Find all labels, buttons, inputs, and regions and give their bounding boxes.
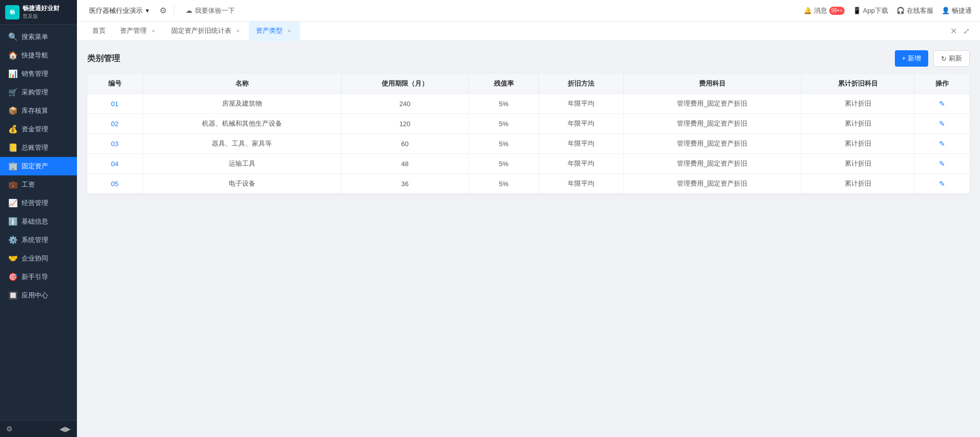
industry-selector[interactable]: 医疗器械行业演示 ▾: [85, 4, 153, 17]
sidebar-item-label: 快捷导航: [22, 51, 48, 60]
sidebar-item-采购管理[interactable]: 🛒采购管理: [0, 83, 77, 102]
content-area: 类别管理 + 新增 ↻ 刷新 编号名称使用期限（月）残值率折旧方法费用科目累计折…: [77, 41, 980, 437]
refresh-button[interactable]: ↻ 刷新: [933, 50, 970, 67]
sidebar-item-label: 采购管理: [22, 88, 48, 97]
col-名称: 名称: [143, 74, 341, 94]
app-download-button[interactable]: 📱 App下载: [853, 6, 888, 15]
cell-3: 5%: [469, 174, 539, 194]
sidebar-item-工资[interactable]: 💼工资: [0, 175, 77, 194]
customer-service-button[interactable]: 🎧 在线客服: [896, 6, 933, 15]
main-area: 医疗器械行业演示 ▾ ⚙ ☁ 我要体验一下 🔔 消息 99++ 📱 App下载 …: [77, 0, 980, 437]
tab-资产管理[interactable]: 资产管理×: [113, 22, 164, 41]
sidebar-item-label: 销售管理: [22, 69, 48, 78]
topbar: 医疗器械行业演示 ▾ ⚙ ☁ 我要体验一下 🔔 消息 99++ 📱 App下载 …: [77, 0, 980, 22]
edit-cell[interactable]: ✎: [914, 174, 970, 194]
col-折旧方法: 折旧方法: [539, 74, 624, 94]
tab-close-icon[interactable]: ×: [150, 27, 157, 34]
nav-icon: 🏠: [8, 51, 17, 60]
new-button[interactable]: + 新增: [895, 50, 928, 67]
nav-icon: 🤝: [8, 254, 17, 263]
col-残值率: 残值率: [469, 74, 539, 94]
edit-cell[interactable]: ✎: [914, 94, 970, 114]
edit-cell[interactable]: ✎: [914, 154, 970, 174]
tab-固定资产折旧统计表[interactable]: 固定资产折旧统计表×: [164, 22, 249, 41]
cell-5: 管理费用_固定资产折旧: [623, 174, 801, 194]
cell-2: 48: [341, 154, 468, 174]
cell-0: 05: [87, 174, 143, 194]
cell-2: 120: [341, 114, 468, 134]
col-累计折旧科目: 累计折旧科目: [801, 74, 914, 94]
sidebar-item-总账管理[interactable]: 📒总账管理: [0, 138, 77, 157]
edit-icon[interactable]: ✎: [939, 120, 945, 128]
tab-label: 固定资产折旧统计表: [171, 26, 231, 35]
sidebar: 畅 畅捷通好业财 普及版 🔍搜索菜单🏠快捷导航📊销售管理🛒采购管理📦库存核算💰资…: [0, 0, 77, 437]
sidebar-item-经营管理[interactable]: 📈经营管理: [0, 194, 77, 212]
cell-5: 管理费用_固定资产折旧: [623, 154, 801, 174]
headset-icon: 🎧: [896, 7, 905, 14]
bell-icon: 🔔: [804, 7, 812, 14]
tab-资产类型[interactable]: 资产类型×: [249, 22, 300, 41]
col-操作: 操作: [914, 74, 970, 94]
col-编号: 编号: [87, 74, 143, 94]
table-row: 05电子设备365%年限平均管理费用_固定资产折旧累计折旧✎: [87, 174, 970, 194]
edit-icon[interactable]: ✎: [939, 180, 945, 188]
sidebar-item-label: 总账管理: [22, 143, 48, 152]
edit-cell[interactable]: ✎: [914, 134, 970, 154]
cell-3: 5%: [469, 134, 539, 154]
nav-icon: 🎯: [8, 272, 17, 282]
sidebar-item-label: 库存核算: [22, 106, 48, 115]
close-window-icon[interactable]: ✕: [948, 24, 959, 38]
sidebar-item-销售管理[interactable]: 📊销售管理: [0, 65, 77, 83]
user-avatar-button[interactable]: 👤 畅捷通: [942, 6, 972, 15]
settings-icon[interactable]: ⚙: [159, 6, 167, 15]
notifications-button[interactable]: 🔔 消息 99++: [804, 6, 845, 15]
app-download-label: App下载: [863, 6, 888, 15]
tab-close-icon[interactable]: ×: [234, 27, 242, 34]
sidebar-item-资金管理[interactable]: 💰资金管理: [0, 120, 77, 138]
sidebar-item-label: 系统管理: [22, 235, 48, 245]
sidebar-item-企业协同[interactable]: 🤝企业协同: [0, 249, 77, 268]
notifications-label: 消息: [814, 6, 827, 15]
cell-1: 机器、机械和其他生产设备: [143, 114, 341, 134]
page-actions: + 新增 ↻ 刷新: [895, 50, 970, 67]
tab-label: 资产类型: [256, 26, 283, 35]
tab-首页[interactable]: 首页: [85, 22, 113, 41]
nav-icon: 📈: [8, 198, 17, 208]
cell-5: 管理费用_固定资产折旧: [623, 134, 801, 154]
edit-icon[interactable]: ✎: [939, 140, 945, 148]
cell-1: 运输工具: [143, 154, 341, 174]
tab-close-icon[interactable]: ×: [286, 27, 293, 34]
sidebar-item-搜索菜单[interactable]: 🔍搜索菜单: [0, 28, 77, 46]
sidebar-item-应用中心[interactable]: 🔲应用中心: [0, 286, 77, 305]
collapse-icon[interactable]: ◀▶: [59, 425, 71, 433]
sidebar-item-库存核算[interactable]: 📦库存核算: [0, 102, 77, 120]
nav-icon: ⚙️: [8, 235, 17, 245]
sidebar-footer: ⚙ ◀▶: [0, 420, 77, 437]
cell-3: 5%: [469, 154, 539, 174]
sidebar-item-系统管理[interactable]: ⚙️系统管理: [0, 231, 77, 249]
cell-0: 01: [87, 94, 143, 114]
edit-cell[interactable]: ✎: [914, 114, 970, 134]
cell-6: 累计折旧: [801, 154, 914, 174]
experience-label: 我要体验一下: [195, 6, 235, 15]
settings-icon[interactable]: ⚙: [6, 425, 13, 433]
nav-icon: 💼: [8, 180, 17, 189]
sidebar-item-基础信息[interactable]: ℹ️基础信息: [0, 212, 77, 231]
user-label: 畅捷通: [952, 6, 972, 15]
cell-1: 器具、工具、家具等: [143, 134, 341, 154]
edit-icon[interactable]: ✎: [939, 100, 945, 108]
cell-6: 累计折旧: [801, 174, 914, 194]
cell-2: 36: [341, 174, 468, 194]
industry-label: 医疗器械行业演示: [89, 6, 143, 15]
maximize-icon[interactable]: ⤢: [961, 24, 972, 38]
tab-label: 资产管理: [120, 26, 147, 35]
edit-icon[interactable]: ✎: [939, 160, 945, 168]
sidebar-item-固定资产[interactable]: 🏢固定资产: [0, 157, 77, 175]
cloud-icon: ☁: [186, 7, 192, 14]
page-header: 类别管理 + 新增 ↻ 刷新: [87, 50, 970, 67]
table-row: 04运输工具485%年限平均管理费用_固定资产折旧累计折旧✎: [87, 154, 970, 174]
sidebar-item-快捷导航[interactable]: 🏠快捷导航: [0, 46, 77, 65]
sidebar-item-新手引导[interactable]: 🎯新手引导: [0, 268, 77, 286]
cell-5: 管理费用_固定资产折旧: [623, 114, 801, 134]
experience-button[interactable]: ☁ 我要体验一下: [182, 4, 239, 17]
